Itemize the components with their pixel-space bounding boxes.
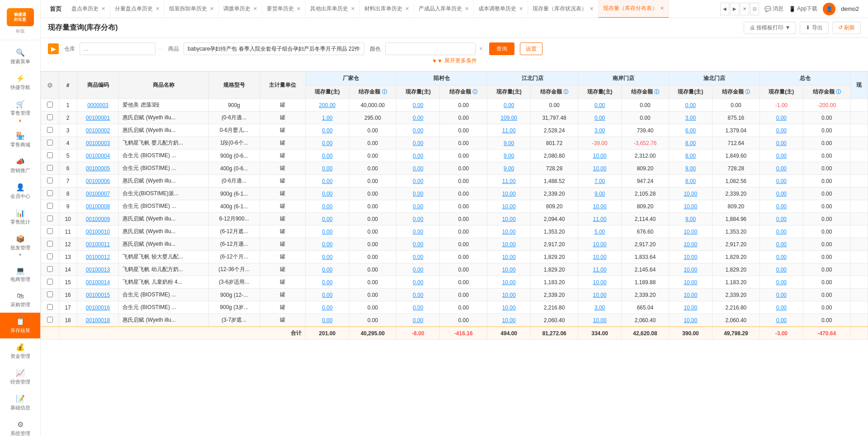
- app-download-button[interactable]: 📱 App下载: [789, 5, 817, 13]
- row-code[interactable]: 00100013: [77, 263, 119, 276]
- row-nangan-stock[interactable]: 0.00: [578, 112, 621, 124]
- tab-fenpan[interactable]: 分量盘点单历史 ✕: [110, 0, 165, 18]
- row-yuebeifu-stock[interactable]: 9.00: [669, 213, 712, 225]
- row-total-stock[interactable]: 0.00: [760, 162, 803, 175]
- expand-more-button[interactable]: ▼▼ 展开更多条件: [48, 55, 861, 66]
- total-amount-info-icon[interactable]: ⓘ: [836, 89, 841, 94]
- row-check[interactable]: [41, 99, 59, 112]
- row-code[interactable]: 00100006: [77, 175, 119, 188]
- row-yuebeifu-stock[interactable]: 10.00: [669, 301, 712, 314]
- tab-next-btn[interactable]: ▶: [730, 3, 739, 15]
- row-factory-stock[interactable]: 0.00: [306, 137, 349, 150]
- row-nangan-stock[interactable]: 7.00: [578, 175, 621, 188]
- row-mountain-stock[interactable]: 0.00: [396, 276, 440, 289]
- row-check[interactable]: [41, 124, 59, 137]
- row-total-stock[interactable]: 0.00: [760, 314, 803, 327]
- row-check[interactable]: [41, 289, 59, 301]
- row-nangan-stock[interactable]: 11.00: [578, 263, 621, 276]
- row-factory-stock[interactable]: 0.00: [306, 124, 349, 137]
- row-jiangbei-stock[interactable]: 10.00: [487, 289, 531, 301]
- row-yuebeifu-stock[interactable]: 9.00: [669, 162, 712, 175]
- row-nangan-stock[interactable]: 10.00: [578, 162, 621, 175]
- row-factory-stock[interactable]: 0.00: [306, 175, 349, 188]
- row-factory-stock[interactable]: 1.00: [306, 112, 349, 124]
- row-mountain-stock[interactable]: 0.00: [396, 314, 440, 327]
- row-code[interactable]: 00100008: [77, 200, 119, 213]
- row-total-stock[interactable]: 0.00: [760, 225, 803, 238]
- nav-home[interactable]: 首页: [44, 5, 67, 13]
- refresh-button[interactable]: ↺ 刷新: [832, 22, 861, 34]
- message-button[interactable]: 💬 消息: [764, 5, 783, 13]
- row-nangan-stock[interactable]: 10.00: [578, 251, 621, 263]
- row-mountain-stock[interactable]: 0.00: [396, 188, 440, 200]
- row-nangan-stock[interactable]: -39.00: [578, 137, 621, 150]
- row-factory-stock[interactable]: 0.00: [306, 251, 349, 263]
- row-jiangbei-stock[interactable]: 11.00: [487, 175, 531, 188]
- row-check[interactable]: [41, 301, 59, 314]
- row-code[interactable]: 00100002: [77, 124, 119, 137]
- tab-yaohuo[interactable]: 要货单历史 ✕: [262, 0, 306, 18]
- row-check[interactable]: [41, 150, 59, 162]
- row-yuebeifu-stock[interactable]: 0.00: [669, 99, 712, 112]
- row-yuebeifu-stock[interactable]: 10.00: [669, 276, 712, 289]
- row-total-stock[interactable]: 0.00: [760, 301, 803, 314]
- row-mountain-stock[interactable]: 0.00: [396, 213, 440, 225]
- tab-pandian[interactable]: 盘点单历史 ✕: [67, 0, 110, 18]
- sidebar-item-retail-mgmt[interactable]: 🛒 零售管理 ▲: [0, 95, 40, 127]
- row-check[interactable]: [41, 162, 59, 175]
- sidebar-item-wholesale[interactable]: 📦 批发管理 ▼: [0, 230, 40, 262]
- row-factory-stock[interactable]: 0.00: [306, 225, 349, 238]
- row-total-stock[interactable]: 0.00: [760, 213, 803, 225]
- row-mountain-stock[interactable]: 0.00: [396, 112, 440, 124]
- row-total-stock[interactable]: 0.00: [760, 200, 803, 213]
- sidebar-item-system[interactable]: ⚙ 系统管理: [0, 416, 40, 436]
- row-total-stock[interactable]: 0.00: [760, 188, 803, 200]
- row-factory-stock[interactable]: 0.00: [306, 188, 349, 200]
- row-yuebeifu-stock[interactable]: 10.00: [669, 263, 712, 276]
- row-jiangbei-stock[interactable]: 109.00: [487, 112, 531, 124]
- row-yuebeifu-stock[interactable]: 8.00: [669, 150, 712, 162]
- row-check[interactable]: [41, 314, 59, 327]
- sidebar-item-inventory[interactable]: 📋 库存核算: [0, 313, 40, 338]
- jiangbei-amount-info-icon[interactable]: ⓘ: [563, 89, 568, 94]
- row-total-stock[interactable]: 0.00: [760, 137, 803, 150]
- row-nangan-stock[interactable]: 11.00: [578, 213, 621, 225]
- row-check[interactable]: [41, 213, 59, 225]
- row-total-stock[interactable]: 0.00: [760, 150, 803, 162]
- tab-xiancunliang-dist[interactable]: 现存量（库存分布表） ✕: [599, 0, 669, 18]
- tab-chengpin[interactable]: 产成品入库单历史 ✕: [414, 0, 474, 18]
- close-icon[interactable]: ✕: [210, 6, 214, 12]
- search-button[interactable]: 查询: [489, 42, 514, 55]
- row-yuebeifu-stock[interactable]: 10.00: [669, 225, 712, 238]
- sidebar-item-retail-stat[interactable]: 📊 零售统计: [0, 204, 40, 230]
- export-button[interactable]: ⬇ 导出: [800, 22, 828, 34]
- row-factory-stock[interactable]: 0.00: [306, 289, 349, 301]
- row-jiangbei-stock[interactable]: 10.00: [487, 251, 531, 263]
- mountain-amount-info-icon[interactable]: ⓘ: [472, 89, 477, 94]
- row-mountain-stock[interactable]: 0.00: [396, 137, 440, 150]
- row-yuebeifu-stock[interactable]: 3.00: [669, 112, 712, 124]
- row-total-stock[interactable]: 0.00: [760, 289, 803, 301]
- sidebar-item-search[interactable]: 🔍 搜索英单: [0, 44, 40, 70]
- row-jiangbei-stock[interactable]: 10.00: [487, 213, 531, 225]
- row-code[interactable]: 00100015: [77, 289, 119, 301]
- tab-xiancunliang-status[interactable]: 现存量（库存状况表） ✕: [528, 0, 599, 18]
- row-jiangbei-stock[interactable]: 10.00: [487, 276, 531, 289]
- yuebeifu-amount-info-icon[interactable]: ⓘ: [745, 89, 750, 94]
- warehouse-clear-icon[interactable]: ···: [158, 46, 163, 52]
- color-dropdown-icon[interactable]: ▼: [478, 46, 484, 52]
- row-jiangbei-stock[interactable]: 10.00: [487, 200, 531, 213]
- close-icon[interactable]: ✕: [519, 6, 523, 12]
- row-mountain-stock[interactable]: 0.00: [396, 301, 440, 314]
- row-mountain-stock[interactable]: 0.00: [396, 263, 440, 276]
- row-check[interactable]: [41, 112, 59, 124]
- row-total-stock[interactable]: 0.00: [760, 175, 803, 188]
- settings-icon[interactable]: ⚙: [47, 82, 53, 89]
- row-nangan-stock[interactable]: 10.00: [578, 238, 621, 251]
- close-icon[interactable]: ✕: [405, 6, 409, 12]
- row-mountain-stock[interactable]: 0.00: [396, 238, 440, 251]
- row-factory-stock[interactable]: 0.00: [306, 213, 349, 225]
- row-code[interactable]: 00100003: [77, 137, 119, 150]
- row-jiangbei-stock[interactable]: 10.00: [487, 301, 531, 314]
- row-yuebeifu-stock[interactable]: 10.00: [669, 238, 712, 251]
